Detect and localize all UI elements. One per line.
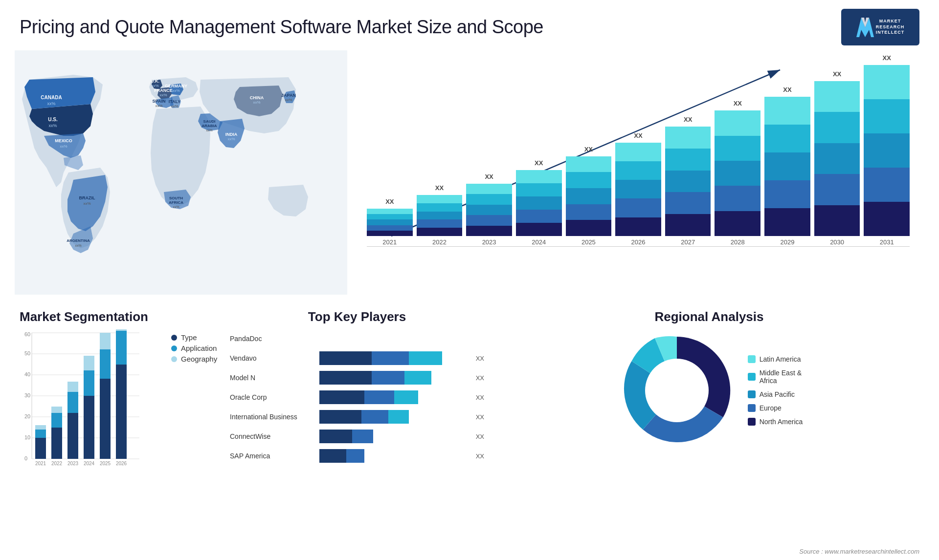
logo: MARKET RESEARCH INTELLECT (841, 9, 919, 45)
player-name-oracle: Oracle Corp (230, 393, 315, 401)
svg-text:50: 50 (24, 350, 30, 356)
bar-stack-2021: XX (367, 209, 413, 236)
player-value-connectwise: XX (476, 433, 484, 440)
bar-segment-1 (764, 180, 810, 208)
seg-legend: Type Application Geography (171, 333, 217, 366)
bar-value-2021: XX (367, 198, 413, 205)
svg-rect-72 (116, 365, 127, 459)
bar-seg2 (352, 430, 373, 443)
legend-label-apac: Asia Pacific (760, 390, 795, 398)
player-value-oracle: XX (476, 394, 484, 401)
bar-label-2030: 2030 (830, 238, 844, 246)
legend-geography: Geography (171, 355, 217, 363)
bar-segment-0 (466, 226, 512, 236)
svg-text:2026: 2026 (116, 461, 127, 466)
svg-text:40: 40 (24, 371, 30, 377)
player-row-ibm: International Business XX (230, 410, 484, 424)
bar-value-2022: XX (417, 184, 463, 192)
bar-segment-0 (367, 231, 413, 236)
bar-stack-2029: XX (764, 97, 810, 236)
legend-label-mea: Middle East &Africa (760, 369, 802, 385)
bar-value-2025: XX (566, 146, 612, 153)
bar-col-2030: XX2030 (814, 70, 860, 246)
bar-segment-2 (516, 196, 562, 210)
bar-segment-3 (367, 214, 413, 219)
bar-segment-0 (715, 211, 760, 236)
bar-value-2026: XX (615, 132, 661, 139)
bar-segment-2 (367, 219, 413, 225)
bar-segment-3 (715, 136, 760, 161)
svg-text:FRANCE: FRANCE (154, 88, 173, 93)
player-name-vendavo: Vendavo (230, 354, 315, 362)
svg-text:CHINA: CHINA (250, 95, 264, 100)
bar-segment-1 (814, 174, 860, 205)
svg-text:xx%: xx% (227, 137, 235, 141)
player-row-modeln: Model N XX (230, 371, 484, 385)
bar-segment-2 (566, 188, 612, 204)
bar-value-2030: XX (814, 70, 860, 78)
bar-seg1 (319, 410, 361, 424)
bar-col-2029: XX2029 (764, 70, 810, 246)
svg-text:xx%: xx% (75, 244, 81, 247)
key-players-title: Top Key Players (230, 309, 484, 324)
bar-value-2028: XX (715, 100, 760, 107)
bar-label-2027: 2027 (681, 238, 695, 246)
bar-chart-area: XX2021XX2022XX2023XX2024XX2025XX2026XX20… (367, 70, 910, 246)
svg-text:2024: 2024 (84, 461, 95, 466)
svg-rect-53 (35, 430, 46, 438)
bar-stack-2031: XX (864, 65, 910, 236)
regional-legend: Latin America Middle East &Africa Asia P… (748, 355, 803, 426)
bar-stack-2030: XX (814, 81, 860, 236)
bar-segment-3 (864, 99, 910, 133)
player-bar-modeln (319, 371, 469, 385)
legend-label-na: North America (760, 418, 803, 426)
svg-rect-62 (67, 382, 78, 392)
seg-chart: 0 10 20 30 40 50 60 (15, 329, 142, 476)
legend-box-europe (748, 404, 756, 412)
page-title: Pricing and Quote Management Software Ma… (20, 17, 543, 38)
svg-text:xx%: xx% (151, 84, 158, 88)
bar-segment-4 (864, 65, 910, 99)
svg-rect-65 (84, 370, 94, 396)
player-bar-connectwise (319, 430, 469, 443)
svg-text:SPAIN: SPAIN (153, 99, 166, 104)
player-bar-ibm (319, 410, 469, 424)
svg-text:2021: 2021 (35, 461, 46, 466)
svg-rect-70 (100, 333, 111, 349)
bar-col-2027: XX2027 (665, 70, 711, 246)
bar-col-2026: XX2026 (615, 70, 661, 246)
svg-rect-64 (84, 396, 94, 459)
bar-chart-wrapper: XX2021XX2022XX2023XX2024XX2025XX2026XX20… (362, 55, 915, 265)
svg-text:INDIA: INDIA (225, 132, 238, 137)
player-name-connectwise: ConnectWise (230, 432, 315, 440)
donut-container: Latin America Middle East &Africa Asia P… (494, 329, 924, 452)
bar-label-2022: 2022 (432, 238, 447, 246)
svg-rect-56 (51, 428, 62, 459)
bar-stack-2026: XX (615, 143, 661, 236)
bar-segment-1 (665, 192, 711, 214)
svg-text:2025: 2025 (100, 461, 111, 466)
svg-text:xx%: xx% (253, 100, 260, 105)
bar-segment-1 (367, 225, 413, 231)
svg-rect-57 (51, 413, 62, 428)
player-name-modeln: Model N (230, 374, 315, 382)
player-bar-pandadoc (319, 332, 484, 345)
bar-segment-1 (417, 219, 463, 228)
segmentation-section: Market Segmentation 0 10 20 30 40 50 60 (15, 309, 220, 560)
svg-rect-61 (67, 392, 78, 413)
svg-text:0: 0 (24, 455, 27, 461)
legend-box-latin (748, 355, 756, 363)
player-row-connectwise: ConnectWise XX (230, 430, 484, 443)
bar-seg1 (319, 430, 352, 443)
svg-text:2023: 2023 (67, 461, 79, 466)
svg-text:xx%: xx% (159, 93, 167, 97)
player-value-vendavo: XX (476, 355, 484, 362)
bar-seg1 (319, 351, 372, 365)
bar-segment-1 (715, 186, 760, 211)
svg-text:xx%: xx% (172, 88, 179, 93)
legend-europe: Europe (748, 404, 803, 412)
bar-segment-0 (417, 228, 463, 236)
bar-segment-2 (466, 205, 512, 215)
svg-rect-66 (84, 356, 94, 370)
player-name-pandadoc: PandaDoc (230, 335, 315, 343)
